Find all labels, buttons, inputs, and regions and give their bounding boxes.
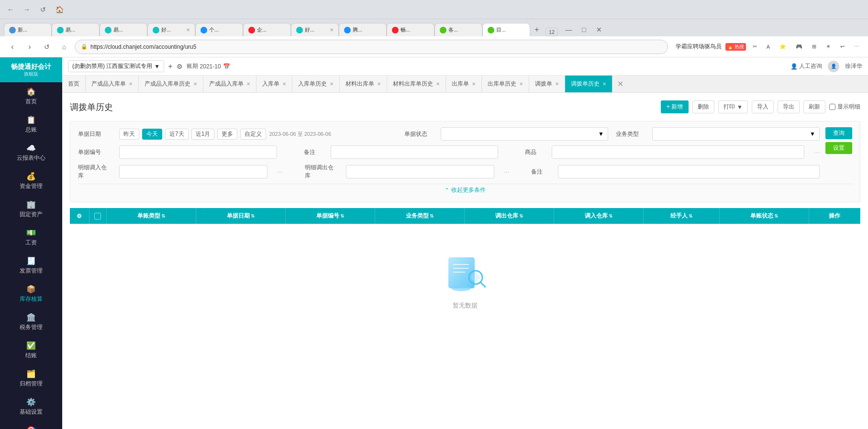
service-btn[interactable]: 👤 人工咨询 <box>790 62 822 70</box>
browser-tool-2[interactable]: A <box>764 43 773 51</box>
table-header-out-warehouse[interactable]: 调出仓库 ⇅ <box>465 208 554 224</box>
collapse-conditions-btn[interactable]: ⌃ 收起更多条件 <box>78 184 852 196</box>
sidebar-item-inventory[interactable]: 📦 库存核算 <box>0 280 62 308</box>
table-header-doc-type[interactable]: 单账类型 ⇅ <box>106 208 196 224</box>
page-tab-10[interactable]: 调拨单 ✕ <box>529 76 565 93</box>
browser-tool-4[interactable]: 🎮 <box>793 43 805 51</box>
table-header-doc-date[interactable]: 单据日期 ⇅ <box>196 208 285 224</box>
browser-tab-4[interactable]: 好... ✕ <box>147 23 195 36</box>
page-tab-6-close[interactable]: ✕ <box>377 81 381 87</box>
select-all-checkbox[interactable] <box>94 213 101 220</box>
last7days-btn[interactable]: 近7天 <box>165 129 189 140</box>
docno-filter-input[interactable] <box>119 145 277 159</box>
browser-back-btn[interactable]: ← <box>4 3 17 16</box>
settings-gear-btn[interactable]: ⚙ <box>177 63 183 70</box>
browser-tab-8[interactable]: 腾... <box>339 23 387 36</box>
browser-tab-9[interactable]: 畅... <box>387 23 434 36</box>
browser-tab-6[interactable]: 企... <box>243 23 291 36</box>
table-header-check[interactable] <box>89 208 106 224</box>
nav-back-btn[interactable]: ‹ <box>6 40 19 54</box>
page-tab-7-close[interactable]: ✕ <box>436 81 440 87</box>
sidebar-item-invoice[interactable]: 🧾 发票管理 <box>0 252 62 280</box>
nav-home-btn[interactable]: ⌂ <box>57 40 71 54</box>
browser-tab-7[interactable]: 好... ✕ <box>291 23 339 36</box>
yesterday-btn[interactable]: 昨天 <box>119 129 139 140</box>
browser-home-btn[interactable]: 🏠 <box>53 3 66 16</box>
browser-tool-5[interactable]: ⊞ <box>809 43 819 51</box>
nav-reload-btn[interactable]: ↺ <box>40 40 54 54</box>
page-tab-4[interactable]: 入库单 ✕ <box>256 76 292 93</box>
browser-tool-3[interactable]: ⭐ <box>777 43 789 51</box>
remark-filter-input[interactable] <box>331 145 498 159</box>
browser-tab-2[interactable]: 易... <box>52 23 100 36</box>
detail-out-input[interactable] <box>346 165 494 178</box>
page-tab-3[interactable]: 产成品入库单 ✕ <box>203 76 256 93</box>
import-btn[interactable]: 导入 <box>752 100 774 113</box>
browser-tab-3[interactable]: 易... <box>100 23 147 36</box>
more-date-btn[interactable]: 更多 <box>217 129 237 140</box>
last1month-btn[interactable]: 近1月 <box>191 129 215 140</box>
page-tab-8[interactable]: 出库单 ✕ <box>446 76 482 93</box>
detail-in-input[interactable] <box>119 165 267 178</box>
page-tab-6[interactable]: 材料出库单 ✕ <box>340 76 387 93</box>
delete-btn[interactable]: 删除 <box>692 100 714 113</box>
browser-forward-btn[interactable]: → <box>20 3 33 16</box>
calendar-icon[interactable]: 📅 <box>223 63 230 70</box>
sidebar-item-home[interactable]: 🏠 首页 <box>0 82 62 110</box>
tab-count-badge[interactable]: 12 <box>545 28 558 36</box>
page-tab-1-close[interactable]: ✕ <box>129 81 133 87</box>
browser-tab-11[interactable]: 目... <box>482 23 530 36</box>
table-header-settings[interactable]: ⚙ <box>70 208 89 224</box>
maximize-btn[interactable]: □ <box>577 23 590 36</box>
page-tab-7[interactable]: 材料出库单历史 ✕ <box>387 76 446 93</box>
show-detail-checkbox[interactable] <box>829 104 835 110</box>
sidebar-item-finance[interactable]: 💰 资金管理 <box>0 167 62 195</box>
sidebar-item-settings[interactable]: ⚙️ 基础设置 <box>0 393 62 421</box>
search-btn[interactable]: 查询 <box>825 127 852 139</box>
browser-tool-7[interactable]: ↩ <box>837 43 847 51</box>
browser-tab-1[interactable]: 新... <box>4 23 52 36</box>
table-settings-icon[interactable]: ⚙ <box>77 213 82 220</box>
page-tab-home[interactable]: 首页 <box>62 76 86 93</box>
filter-settings-btn[interactable]: 设置 <box>825 142 852 154</box>
page-tab-9[interactable]: 出库单历史 ✕ <box>482 76 529 93</box>
add-company-btn[interactable]: + <box>168 62 172 71</box>
sidebar-item-guide[interactable]: 🎯 新手引导 <box>0 421 62 429</box>
company-selector[interactable]: (勿删勿禁用) 江西服宝测试专用 ▼ <box>68 60 164 72</box>
close-all-btn[interactable]: ✕ <box>612 79 628 88</box>
sidebar-item-assets[interactable]: 🏢 固定资产 <box>0 195 62 223</box>
page-tab-5[interactable]: 入库单历史 ✕ <box>292 76 340 93</box>
page-tab-1[interactable]: 产成品入库单 ✕ <box>86 76 139 93</box>
minimize-btn[interactable]: — <box>562 23 575 36</box>
page-tab-11[interactable]: 调拨单历史 ✕ <box>565 76 612 93</box>
table-header-doc-no[interactable]: 单据编号 ⇅ <box>285 208 375 224</box>
goods-filter-input[interactable] <box>552 145 804 159</box>
browser-tool-6[interactable]: ☀ <box>823 43 834 51</box>
browser-tab-5[interactable]: 个... <box>195 23 243 36</box>
detail-in-ellipsis[interactable]: ··· <box>277 168 283 176</box>
show-detail-toggle[interactable]: 显示明细 <box>829 103 860 111</box>
nav-forward-btn[interactable]: › <box>23 40 36 54</box>
sidebar-item-tax[interactable]: 🏛️ 税务管理 <box>0 308 62 336</box>
page-tab-11-close[interactable]: ✕ <box>602 81 606 87</box>
sidebar-item-ledger[interactable]: 📋 总账 <box>0 110 62 139</box>
close-btn[interactable]: ✕ <box>592 23 606 36</box>
browser-reload-btn[interactable]: ↺ <box>36 3 50 16</box>
table-header-biz-type[interactable]: 业务类型 ⇅ <box>375 208 464 224</box>
page-tab-4-close[interactable]: ✕ <box>282 81 286 87</box>
browser-tab-10[interactable]: 各... <box>434 23 482 36</box>
sidebar-item-archive[interactable]: 🗂️ 归档管理 <box>0 364 62 393</box>
business-filter-select[interactable]: ▼ <box>652 127 820 141</box>
new-btn[interactable]: + 新增 <box>661 100 689 113</box>
page-tab-5-close[interactable]: ✕ <box>330 81 334 87</box>
sidebar-logo[interactable]: 畅捷通好会计 旗舰版 <box>0 57 62 82</box>
custom-date-btn[interactable]: 自定义 <box>240 129 266 140</box>
new-tab-button[interactable]: + <box>530 23 544 36</box>
refresh-btn[interactable]: 刷新 <box>803 100 825 113</box>
browser-tool-1[interactable]: ✂ <box>750 43 760 51</box>
page-tab-8-close[interactable]: ✕ <box>472 81 476 87</box>
status-filter-select[interactable]: ▼ <box>441 127 608 141</box>
browser-tool-8[interactable]: ⋯ <box>851 43 862 51</box>
sidebar-item-payroll[interactable]: 💵 工资 <box>0 223 62 252</box>
sidebar-item-close[interactable]: ✅ 结账 <box>0 336 62 364</box>
